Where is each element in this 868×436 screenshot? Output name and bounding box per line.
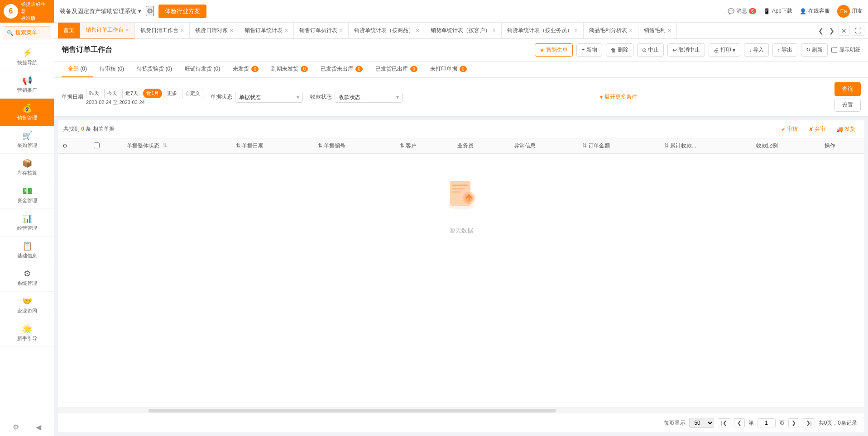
- tab-cash-daily[interactable]: 钱货日清工作台 ✕: [135, 23, 190, 39]
- tab-cash-reconcile[interactable]: 钱货日清对账 ✕: [190, 23, 239, 39]
- import-button[interactable]: ↓ 导入: [744, 43, 769, 57]
- sidebar-item-sales[interactable]: 💰 销售管理: [0, 99, 54, 126]
- sidebar-item-marketing[interactable]: 📢 营销推广: [0, 71, 54, 99]
- th-doc-date[interactable]: ⇅ 单据日期: [231, 138, 313, 154]
- sidebar-item-purchase[interactable]: 🛒 采购管理: [0, 126, 54, 154]
- refresh-button[interactable]: ↻ 刷新: [801, 43, 828, 57]
- tab-sales-summary-staff[interactable]: 销货单统计表（按业务员） ✕: [502, 23, 584, 39]
- subtab-all[interactable]: 全部 (0): [62, 62, 93, 77]
- expand-more-btn[interactable]: ▾ 展开更多条件: [600, 93, 637, 101]
- th-customer[interactable]: ⇅ 客户: [395, 138, 453, 154]
- table-scroll[interactable]: ⚙ 单据整体状态 ⇅ ⇅ 单据日期 ⇅: [58, 138, 864, 408]
- month-btn[interactable]: 近1月: [143, 89, 162, 98]
- first-page-btn[interactable]: |❮: [718, 418, 730, 427]
- more-btn[interactable]: 更多: [164, 89, 180, 98]
- tab-close-icon[interactable]: ✕: [230, 28, 233, 33]
- page-number-input[interactable]: 1: [758, 418, 776, 427]
- tab-sales-workbench[interactable]: 销售订单工作台 ✕: [80, 23, 135, 39]
- print-button[interactable]: 🖨 打印 ▾: [709, 43, 740, 57]
- scrollbar-thumb[interactable]: [149, 409, 556, 412]
- tab-close-icon[interactable]: ✕: [339, 28, 343, 33]
- subtab-shipped-not-out[interactable]: 已发货未出库 0: [314, 62, 369, 77]
- tab-close-icon[interactable]: ✕: [492, 28, 496, 33]
- subtab-overdue-not-shipped[interactable]: 到期未发货 0: [265, 62, 314, 77]
- query-button[interactable]: 查询: [834, 82, 861, 96]
- tab-close-icon[interactable]: ✕: [667, 28, 671, 33]
- filter-settings-button[interactable]: 设置: [834, 99, 861, 112]
- sidebar-item-quick-nav[interactable]: ⚡ 快捷导航: [0, 43, 54, 71]
- horizontal-scrollbar[interactable]: [58, 408, 864, 413]
- per-page-select[interactable]: 50 20 100: [689, 418, 714, 428]
- sidebar-item-base-info[interactable]: 📋 基础信息: [0, 237, 54, 264]
- app-download-button[interactable]: 📱 App下载: [763, 7, 792, 15]
- sidebar-item-new-guide[interactable]: 🌟 新手引导: [0, 319, 54, 347]
- tab-sales-exec[interactable]: 销售订单执行表 ✕: [294, 23, 349, 39]
- tab-sales-summary-product[interactable]: 销货单统计表（按商品） ✕: [349, 23, 425, 39]
- next-page-btn[interactable]: ❯: [788, 418, 799, 427]
- week-btn[interactable]: 近7天: [122, 89, 141, 98]
- tab-close-icon[interactable]: ✕: [574, 28, 578, 33]
- tab-close-icon[interactable]: ✕: [284, 28, 288, 33]
- yesterday-btn[interactable]: 昨天: [86, 89, 102, 98]
- subtab-pending-inspect[interactable]: 待拣货验货 (0): [130, 62, 178, 77]
- user-menu-button[interactable]: Ea 用友: [837, 5, 863, 18]
- sidebar-item-enterprise[interactable]: 🤝 企业协同: [0, 292, 54, 319]
- tab-sales-summary-customer[interactable]: 销货单统计表（按客户） ✕: [425, 23, 502, 39]
- tab-close-icon[interactable]: ✕: [125, 28, 129, 33]
- tab-close-icon[interactable]: ✕: [416, 28, 419, 33]
- tab-maximize-btn[interactable]: ⛶: [852, 26, 864, 36]
- search-menu-button[interactable]: 🔍 搜索菜单: [3, 26, 51, 39]
- smart-create-button[interactable]: ★ 智能生单: [535, 43, 573, 57]
- th-salesperson[interactable]: 业务员: [453, 138, 509, 154]
- export-button[interactable]: ↑ 导出: [772, 43, 797, 57]
- sidebar-item-sys-mgmt[interactable]: ⚙ 系统管理: [0, 264, 54, 292]
- tab-sales-increase[interactable]: 销售毛利 ✕: [638, 23, 677, 39]
- prev-page-btn[interactable]: ❮: [734, 418, 745, 427]
- sidebar-item-operations[interactable]: 📊 经营管理: [0, 209, 54, 237]
- batch-review-btn[interactable]: ✔ 审核: [777, 124, 801, 134]
- sidebar-item-finance[interactable]: 💵 资金管理: [0, 181, 54, 209]
- experience-button[interactable]: 体验行业方案: [158, 5, 206, 18]
- tab-scroll-right-btn[interactable]: ❯: [827, 26, 836, 35]
- delete-button[interactable]: 🗑 删除: [606, 43, 633, 57]
- tab-close-all-btn[interactable]: ✕: [838, 26, 850, 36]
- custom-btn[interactable]: 自定义: [182, 89, 203, 98]
- tab-close-icon[interactable]: ✕: [629, 28, 633, 33]
- add-button[interactable]: + 新增: [576, 43, 602, 57]
- svg-rect-3: [452, 188, 465, 190]
- tab-home[interactable]: 首页: [58, 23, 80, 39]
- tab-sales-stat[interactable]: 销售订单统计表 ✕: [239, 23, 294, 39]
- settings-icon[interactable]: ⚙: [62, 143, 67, 149]
- subtab-wangpu-pending[interactable]: 旺铺待发货 (0): [178, 62, 226, 77]
- subtab-pending-review[interactable]: 待审核 (0): [93, 62, 130, 77]
- online-service-button[interactable]: 👤 在线客服: [800, 7, 830, 15]
- today-btn[interactable]: 今天: [104, 89, 120, 98]
- th-doc-status[interactable]: 单据整体状态 ⇅: [122, 138, 231, 154]
- th-abnormal[interactable]: 异常信息: [509, 138, 578, 154]
- batch-ship-btn[interactable]: 🚚 发货: [833, 124, 859, 134]
- show-detail-checkbox[interactable]: [831, 47, 837, 53]
- tab-scroll-left-btn[interactable]: ❮: [816, 26, 825, 35]
- subtab-not-shipped[interactable]: 未发货 0: [226, 62, 265, 77]
- system-selector[interactable]: 装备及固定资产辅助管理系统 ▾: [60, 7, 141, 15]
- th-receipt-ratio[interactable]: 收款比例: [752, 138, 820, 154]
- sidebar-item-inventory[interactable]: 📦 库存核算: [0, 154, 54, 181]
- sidebar-collapse-btn[interactable]: ◀: [36, 423, 41, 431]
- status-select[interactable]: 单据状态: [235, 92, 303, 103]
- last-page-btn[interactable]: ❯|: [803, 418, 815, 427]
- th-doc-number[interactable]: ⇅ 单据编号: [313, 138, 395, 154]
- th-order-amount[interactable]: ⇅ 订单金额: [578, 138, 660, 154]
- cancel-suspend-button[interactable]: ↩ 取消中止: [667, 43, 705, 57]
- payment-select[interactable]: 收款状态: [335, 92, 403, 103]
- th-cumulative-receipt[interactable]: ⇅ 累计收款...: [660, 138, 752, 154]
- tab-close-icon[interactable]: ✕: [180, 28, 184, 33]
- topbar-settings-button[interactable]: ⚙: [146, 6, 154, 16]
- subtab-shipped-out[interactable]: 已发货已出库 0: [369, 62, 424, 77]
- sidebar-settings-btn[interactable]: ⚙: [13, 423, 19, 431]
- messages-button[interactable]: 💬 消息 6: [728, 7, 756, 15]
- subtab-not-printed[interactable]: 未打印单据 0: [424, 62, 473, 77]
- tab-margin-analysis[interactable]: 商品毛利分析表 ✕: [584, 23, 638, 39]
- batch-cancel-review-btn[interactable]: ✘ 弃审: [805, 124, 829, 134]
- select-all-checkbox[interactable]: [94, 142, 100, 148]
- suspend-button[interactable]: ⊘ 中止: [637, 43, 664, 57]
